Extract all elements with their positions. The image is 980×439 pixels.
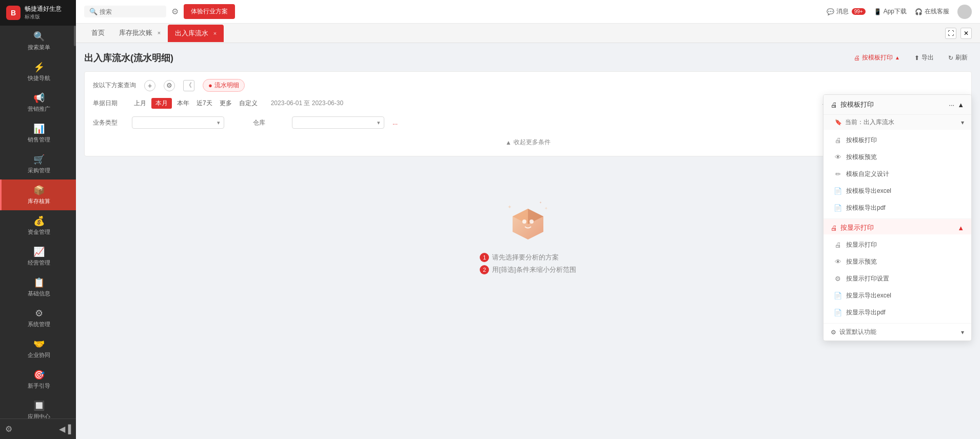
dropdown-printer-icon: 🖨	[831, 101, 837, 109]
business-type-select[interactable]	[132, 116, 224, 129]
tab-inventory-flow-close[interactable]: ×	[213, 30, 217, 36]
tab-batch-account-label: 库存批次账	[119, 29, 152, 36]
sidebar-icon-basic: 📋	[33, 277, 45, 288]
dropdown-more-icon[interactable]: ···	[949, 101, 954, 109]
message-icon: 💬	[827, 8, 834, 15]
message-icon-item[interactable]: 💬 消息 99+	[827, 7, 866, 16]
filter-tag-icon: ●	[208, 82, 212, 89]
preview-template-item-label: 按模板预览	[846, 153, 877, 162]
maximize-tab-button[interactable]: ⛶	[945, 28, 956, 39]
sidebar-label-purchase: 采购管理	[28, 167, 50, 174]
date-opt-more[interactable]: 更多	[218, 98, 234, 109]
online-service-label: 在线客服	[925, 7, 949, 16]
sidebar-icon-sales: 📊	[33, 123, 45, 134]
content-area: 出入库流水(流水明细) 🖨 按模板打印 ▲ ⬆ 导出 ↻ 刷新	[76, 43, 980, 439]
sidebar-item-app-center[interactable]: 🔲 应用中心	[0, 395, 76, 418]
sidebar-item-purchase[interactable]: 🛒 采购管理	[0, 149, 76, 179]
tab-batch-account[interactable]: 库存批次账 ×	[112, 24, 168, 43]
dropdown-footer[interactable]: ⚙ 设置默认功能 ▾	[824, 324, 971, 341]
print-template-icon: 🖨	[834, 136, 842, 144]
sidebar-item-quick-nav[interactable]: ⚡ 快捷导航	[0, 56, 76, 87]
dropdown-template-section: 🖨 按模板打印 👁 按模板预览 ✏ 模板自定义设计 📄 按模板导出excel 📄	[824, 130, 971, 219]
main-area: 🔍 ⚙ 体验行业方案 💬 消息 99+ 📱 App下载 🎧 在线客服	[76, 0, 980, 439]
dropdown-display-section: 🖨 按显示打印 👁 按显示预览 ⚙ 按显示打印设置 📄 按显示导出excel 📄	[824, 234, 971, 324]
sidebar-icon-finance: 💰	[33, 215, 45, 227]
date-opt-last-7-days[interactable]: 近7天	[194, 98, 214, 109]
headset-icon: 🎧	[915, 8, 923, 15]
date-options: 上月 本月 本年 近7天 更多 自定义	[132, 98, 260, 109]
sidebar-item-collab[interactable]: 🤝 企业协同	[0, 333, 76, 364]
warehouse-more-button[interactable]: ...	[393, 119, 398, 126]
app-download-label: App下载	[884, 7, 907, 16]
dropdown-item-display-print-settings[interactable]: ⚙ 按显示打印设置	[824, 270, 971, 287]
svg-text:✦: ✦	[544, 206, 548, 211]
dropdown-item-export-pdf-template[interactable]: 📄 按模板导出pdf	[824, 199, 971, 216]
sidebar-item-operation[interactable]: 📈 经营管理	[0, 241, 76, 272]
dropdown-item-display-preview[interactable]: 👁 按显示预览	[824, 253, 971, 270]
topbar-search-wrap: 🔍	[84, 6, 166, 17]
refresh-button[interactable]: ↻ 刷新	[944, 51, 972, 64]
svg-text:✦: ✦	[507, 204, 512, 210]
sidebar-label-inventory: 库存核算	[28, 197, 50, 205]
sidebar-item-finance[interactable]: 💰 资金管理	[0, 210, 76, 241]
message-label: 消息	[836, 7, 849, 16]
printer-icon: 🖨	[854, 54, 860, 62]
hint-text-2: 用[筛选]条件来缩小分析范围	[492, 265, 576, 274]
sidebar-item-search-menu[interactable]: 🔍 搜索菜单	[0, 26, 76, 56]
topbar-search-input[interactable]	[100, 8, 161, 15]
dropdown-header-icons: ··· ▲	[949, 101, 964, 109]
warehouse-select[interactable]	[292, 116, 384, 129]
display-print-settings-label: 按显示打印设置	[846, 274, 889, 283]
sidebar-item-inventory[interactable]: 📦 库存核算	[0, 179, 76, 210]
app-logo-icon: B	[6, 6, 21, 20]
topbar-gear-icon[interactable]: ⚙	[171, 7, 179, 16]
app-download-item[interactable]: 📱 App下载	[874, 7, 907, 16]
date-opt-custom[interactable]: 自定义	[237, 98, 260, 109]
export-button[interactable]: ⬆ 导出	[910, 51, 938, 64]
dropdown-item-export-excel-display[interactable]: 📄 按显示导出excel	[824, 287, 971, 304]
industry-solution-button[interactable]: 体验行业方案	[184, 4, 235, 19]
close-tab-button[interactable]: ✕	[961, 28, 972, 39]
tab-batch-account-close[interactable]: ×	[158, 30, 161, 36]
date-opt-this-year[interactable]: 本年	[175, 98, 191, 109]
dropdown-item-export-excel-template[interactable]: 📄 按模板导出excel	[824, 183, 971, 199]
dropdown-collapse-icon[interactable]: ▲	[957, 101, 964, 109]
dropdown-item-print-template[interactable]: 🖨 按模板打印	[824, 132, 971, 149]
dropdown-item-display-print[interactable]: 🖨 按显示打印	[824, 236, 971, 253]
warehouse-select-wrap	[292, 116, 384, 129]
dropdown-item-preview-template[interactable]: 👁 按模板预览	[824, 149, 971, 166]
online-service-item[interactable]: 🎧 在线客服	[915, 7, 949, 16]
sidebar-item-marketing[interactable]: 📢 营销推广	[0, 87, 76, 118]
display-print-section-label: 按显示打印	[840, 223, 874, 232]
sidebar-item-sales[interactable]: 📊 销售管理	[0, 118, 76, 149]
sidebar-item-basic[interactable]: 📋 基础信息	[0, 272, 76, 303]
sidebar-item-guide[interactable]: 🎯 新手引导	[0, 364, 76, 395]
filter-collapse-button[interactable]: 《	[183, 80, 194, 91]
filter-scheme-tag[interactable]: ● 流水明细	[203, 79, 245, 92]
date-opt-this-month[interactable]: 本月	[151, 98, 172, 109]
filter-settings-icon-button[interactable]: ⚙	[164, 80, 175, 91]
tab-inventory-flow[interactable]: 出入库流水 ×	[168, 25, 224, 42]
user-avatar[interactable]	[957, 5, 972, 19]
settings-icon[interactable]: ⚙	[5, 424, 12, 434]
collapse-sidebar-icon[interactable]: ◀▐	[59, 424, 71, 434]
tabs-bar: 首页 库存批次账 × 出入库流水 × ⛶ ✕	[76, 24, 980, 43]
refresh-icon: ↻	[948, 54, 953, 62]
warehouse-label: 仓库	[253, 118, 284, 127]
page-header: 出入库流水(流水明细) 🖨 按模板打印 ▲ ⬆ 导出 ↻ 刷新	[84, 51, 972, 64]
tab-home[interactable]: 首页	[84, 24, 112, 43]
date-opt-last-month[interactable]: 上月	[132, 98, 148, 109]
print-template-button[interactable]: 🖨 按模板打印 ▲	[850, 51, 904, 64]
dropdown-footer-label: 设置默认功能	[839, 328, 876, 336]
sidebar-item-system[interactable]: ⚙ 系统管理	[0, 303, 76, 333]
current-icon: 🔖	[835, 119, 842, 126]
svg-text:✦: ✦	[539, 201, 542, 204]
dropdown-item-export-pdf-display[interactable]: 📄 按显示导出pdf	[824, 304, 971, 321]
display-preview-icon: 👁	[834, 258, 842, 266]
filter-add-button[interactable]: +	[144, 80, 155, 91]
sidebar: B 畅捷通好生意 标准版 🔍 搜索菜单 ⚡ 快捷导航 📢 营销推广 📊 销售管理…	[0, 0, 76, 439]
collapse-label: 收起更多条件	[514, 138, 551, 147]
topbar: 🔍 ⚙ 体验行业方案 💬 消息 99+ 📱 App下载 🎧 在线客服	[76, 0, 980, 24]
dropdown-item-custom-design[interactable]: ✏ 模板自定义设计	[824, 166, 971, 183]
dropdown-display-section-header[interactable]: 🖨 按显示打印 ▲	[824, 219, 971, 234]
